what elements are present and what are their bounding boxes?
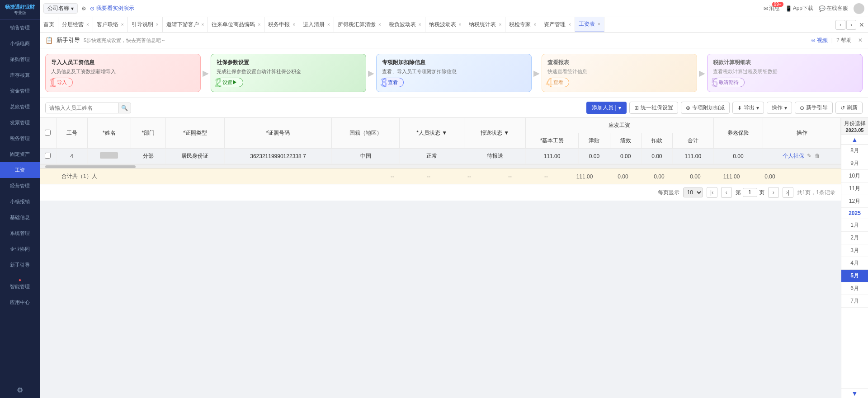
tab-clearance[interactable]: 进入清册× <box>299 17 334 33</box>
sidebar-item-ledger[interactable]: 总账管理 <box>0 99 40 115</box>
month-item-12[interactable]: 12月 <box>841 195 868 208</box>
demo-link[interactable]: ⊙ 我要看实例演示 <box>90 5 134 12</box>
close-icon[interactable]: × <box>568 22 571 27</box>
search-btn[interactable]: 🔍 <box>118 103 131 113</box>
close-icon[interactable]: × <box>327 22 330 27</box>
add-person-dropdown-icon[interactable]: ▾ <box>615 105 621 111</box>
help-link[interactable]: ? 帮助 <box>836 37 852 44</box>
month-item-2[interactable]: 2月 <box>841 232 868 244</box>
tab-customer[interactable]: 客户联络× <box>93 17 128 33</box>
settings-icon[interactable]: ⚙ <box>81 5 86 12</box>
month-item-1[interactable]: 1月 <box>841 219 868 232</box>
sidebar-item-tax[interactable]: 税务管理 <box>0 131 40 146</box>
company-selector[interactable]: 公司名称 ▾ <box>43 3 78 14</box>
close-all-tabs-icon[interactable]: ✕ <box>859 21 864 28</box>
app-download-btn[interactable]: 📱 App下载 <box>785 5 813 12</box>
select-all-checkbox[interactable] <box>45 130 51 136</box>
tab-tax-stat[interactable]: 纳税统计表× <box>465 17 505 33</box>
tab-next-btn[interactable]: › <box>846 20 856 30</box>
add-person-btn[interactable]: 添加人员 ▾ <box>586 102 627 114</box>
sidebar-item-payroll[interactable]: 工资 <box>0 162 40 178</box>
page-size-select[interactable]: 10 20 50 <box>683 187 703 197</box>
close-icon[interactable]: × <box>598 22 600 27</box>
close-icon[interactable]: × <box>499 22 501 27</box>
tab-tax-report[interactable]: 税务申报× <box>264 17 299 33</box>
tab-tax-burden[interactable]: 税负波动表× <box>385 17 425 33</box>
summary-perf: 0.00 <box>641 173 677 180</box>
sidebar-item-assets[interactable]: 固定资产 <box>0 146 40 162</box>
ops-btn[interactable]: 操作 ▾ <box>767 102 792 114</box>
close-icon[interactable]: × <box>378 22 381 27</box>
sidebar-item-ai[interactable]: ● 智能管理 <box>0 273 40 295</box>
unified-social-security-btn[interactable]: ⊞ 统一社保设置 <box>629 102 678 114</box>
online-service-btn[interactable]: 💬 在线客服 <box>819 5 848 12</box>
month-item-8[interactable]: 8月 <box>841 145 868 157</box>
month-item-9[interactable]: 9月 <box>841 157 868 170</box>
newbie-guide-btn[interactable]: ⊙ 新手引导 <box>795 102 833 114</box>
sidebar-item-capital[interactable]: 资金管理 <box>0 83 40 99</box>
month-item-4[interactable]: 4月 <box>841 257 868 270</box>
month-item-11[interactable]: 11月 <box>841 183 868 195</box>
tab-tier[interactable]: 分层经营× <box>58 17 93 33</box>
month-scroll-up-btn[interactable]: ▲ <box>841 135 868 145</box>
sidebar-item-base[interactable]: 基础信息 <box>0 210 40 225</box>
page-input[interactable] <box>743 188 757 197</box>
refresh-btn[interactable]: ↺ 刷新 <box>835 102 863 114</box>
horizontal-scrollbar[interactable] <box>40 164 841 169</box>
sidebar-item-ops[interactable]: 经营管理 <box>0 178 40 194</box>
close-icon[interactable]: × <box>156 22 159 27</box>
sidebar-item-apps[interactable]: 应用中心 <box>0 295 40 310</box>
close-icon[interactable]: × <box>202 22 204 27</box>
delete-icon[interactable]: 🗑 <box>815 153 820 159</box>
message-btn[interactable]: ✉ 消息 99+ <box>764 5 780 12</box>
tab-home[interactable]: 首页 <box>40 17 58 33</box>
scrollbar-thumb[interactable] <box>45 165 136 168</box>
sidebar-item-ecom[interactable]: 小畅电商 <box>0 36 40 52</box>
year-2025[interactable]: 2025 <box>841 208 868 219</box>
sidebar-item-collab[interactable]: 企业协同 <box>0 241 40 257</box>
next-page-btn[interactable]: › <box>768 187 779 198</box>
edit-icon[interactable]: ✎ <box>807 153 811 159</box>
sidebar-item-sales[interactable]: 销售管理 <box>0 20 40 36</box>
tab-income-tax[interactable]: 所得税汇算清缴× <box>334 17 385 33</box>
close-icon[interactable]: × <box>121 22 124 27</box>
close-icon[interactable]: × <box>292 22 295 27</box>
export-btn[interactable]: ⬇ 导出 ▾ <box>732 102 764 114</box>
row-checkbox[interactable] <box>45 153 51 159</box>
tab-tax-expert[interactable]: 税检专家× <box>505 17 540 33</box>
tab-payroll[interactable]: 工资表× <box>575 17 604 33</box>
tab-invite[interactable]: 邀请下游客户× <box>163 17 208 33</box>
tab-assets[interactable]: 资产管理× <box>540 17 575 33</box>
tab-product-code[interactable]: 往来单位商品编码× <box>208 17 264 33</box>
close-icon[interactable]: × <box>86 22 89 27</box>
close-icon[interactable]: × <box>533 22 536 27</box>
special-deduction-btn[interactable]: ⊕ 专项附加扣减 <box>681 102 730 114</box>
sidebar-item-system[interactable]: 系统管理 <box>0 225 40 241</box>
close-icon[interactable]: × <box>459 22 462 27</box>
month-item-10[interactable]: 10月 <box>841 170 868 183</box>
sidebar-item-expense[interactable]: 小畅报销 <box>0 194 40 210</box>
month-scroll-down-btn[interactable]: ▼ <box>841 389 868 398</box>
sidebar-item-guide[interactable]: 新手引导 <box>0 257 40 273</box>
search-input[interactable] <box>46 103 118 113</box>
close-icon[interactable]: × <box>419 22 421 27</box>
last-page-btn[interactable]: ›| <box>783 187 793 198</box>
month-item-6[interactable]: 6月 <box>841 282 868 295</box>
sidebar-item-inventory[interactable]: 库存核算 <box>0 67 40 83</box>
tab-tax-wave[interactable]: 纳税波动表× <box>425 17 466 33</box>
month-item-3[interactable]: 3月 <box>841 244 868 257</box>
settings-icon[interactable]: ⚙ <box>17 386 23 394</box>
close-guide-icon[interactable]: ✕ <box>858 37 863 43</box>
close-icon[interactable]: × <box>258 22 260 27</box>
first-page-btn[interactable]: |‹ <box>707 187 717 198</box>
month-item-7[interactable]: 7月 <box>841 295 868 308</box>
video-link[interactable]: ⊙ 视频 <box>811 37 828 44</box>
tab-guide[interactable]: 引导说明× <box>128 17 163 33</box>
sidebar-item-purchase[interactable]: 采购管理 <box>0 52 40 67</box>
prev-page-btn[interactable]: ‹ <box>721 187 732 198</box>
tab-prev-btn[interactable]: ‹ <box>835 20 845 30</box>
month-item-5[interactable]: 5月 <box>841 270 868 282</box>
personal-social-security-link[interactable]: 个人社保 <box>783 153 804 159</box>
sidebar-item-invoice[interactable]: 发票管理 <box>0 115 40 131</box>
avatar[interactable] <box>854 3 864 14</box>
